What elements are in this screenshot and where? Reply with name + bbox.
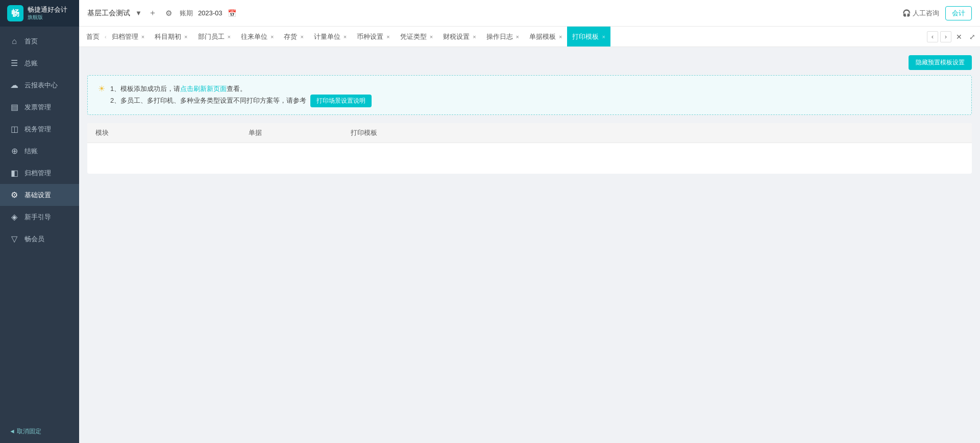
header-right: 🎧 人工咨询 会计 bbox=[902, 6, 972, 20]
sidebar-item-cloud-reports[interactable]: ☁ 云报表中心 bbox=[0, 74, 79, 96]
sidebar-item-basic-settings[interactable]: ⚙ 基础设置 bbox=[0, 184, 79, 206]
header-left: 基层工会测试 ▼ ＋ ⚙ 账期 2023-03 📅 bbox=[87, 8, 236, 19]
info-text: 1、模板添加成功后，请点击刷新新页面查看。 2、多员工、多打印机、多种业务类型设… bbox=[110, 83, 961, 107]
tab-home[interactable]: 首页 bbox=[81, 27, 105, 47]
sidebar-item-label: 云报表中心 bbox=[24, 81, 58, 90]
sidebar-item-closing[interactable]: ⊕ 结账 bbox=[0, 140, 79, 162]
tab-close-dept[interactable]: × bbox=[228, 34, 231, 40]
account-button[interactable]: 会计 bbox=[945, 6, 972, 20]
customer-service-button[interactable]: 🎧 人工咨询 bbox=[902, 9, 939, 18]
tab-label: 财税设置 bbox=[443, 32, 470, 41]
add-company-button[interactable]: ＋ bbox=[147, 8, 158, 19]
sidebar-item-label: 发票管理 bbox=[24, 103, 51, 112]
col-header-module: 模块 bbox=[87, 123, 240, 143]
tab-department-staff[interactable]: 部门员工 × bbox=[193, 27, 236, 47]
tab-voucher-type[interactable]: 凭证类型 × bbox=[395, 27, 438, 47]
company-dropdown-icon[interactable]: ▼ bbox=[135, 9, 142, 17]
sidebar: 畅 畅捷通好会计 旗舰版 ⌂ 首页 ☰ 总账 ☁ 云报表中心 ▤ 发票管理 ◫ … bbox=[0, 0, 79, 443]
tab-close-counterpart[interactable]: × bbox=[271, 34, 274, 40]
tab-next-button[interactable]: › bbox=[940, 31, 951, 42]
hide-template-section: 隐藏预置模板设置 bbox=[87, 55, 972, 70]
tab-close-archive[interactable]: × bbox=[141, 34, 144, 40]
tab-close-unit[interactable]: × bbox=[344, 34, 347, 40]
sidebar-nav: ⌂ 首页 ☰ 总账 ☁ 云报表中心 ▤ 发票管理 ◫ 税务管理 ⊕ 结账 ◧ 归… bbox=[0, 27, 79, 420]
settings-icon: ⚙ bbox=[9, 190, 19, 200]
tab-close-subject[interactable]: × bbox=[184, 34, 187, 40]
tab-close-log[interactable]: × bbox=[516, 34, 519, 40]
sidebar-item-invoice-mgmt[interactable]: ▤ 发票管理 bbox=[0, 96, 79, 118]
tab-tax-settings[interactable]: 财税设置 × bbox=[438, 27, 481, 47]
tab-currency[interactable]: 币种设置 × bbox=[352, 27, 395, 47]
info-line-1: 1、模板添加成功后，请点击刷新新页面查看。 bbox=[110, 83, 961, 95]
sidebar-item-general-ledger[interactable]: ☰ 总账 bbox=[0, 52, 79, 74]
period-label: 账期 bbox=[180, 9, 193, 18]
info-line2-prefix: 2、多员工、多打印机、多种业务类型设置不同打印方案等，请参考 bbox=[110, 97, 306, 104]
tab-label: 操作日志 bbox=[486, 32, 513, 41]
tab-archive-mgmt[interactable]: 归档管理 × bbox=[107, 27, 150, 47]
sidebar-item-label: 首页 bbox=[24, 37, 38, 46]
invoice-icon: ▤ bbox=[9, 102, 19, 112]
tab-operation-log[interactable]: 操作日志 × bbox=[481, 27, 524, 47]
tax-icon: ◫ bbox=[9, 124, 19, 134]
print-scene-settings-button[interactable]: 打印场景设置说明 bbox=[310, 95, 372, 107]
member-icon: ▽ bbox=[9, 234, 19, 244]
tab-print-template[interactable]: 打印模板 × bbox=[567, 27, 610, 47]
tab-label: 凭证类型 bbox=[400, 32, 427, 41]
print-template-table: 模块 单据 打印模板 bbox=[87, 123, 972, 174]
sidebar-item-label: 税务管理 bbox=[24, 125, 51, 134]
tab-label: 归档管理 bbox=[112, 32, 138, 41]
col-header-template: 打印模板 bbox=[342, 123, 972, 143]
top-header: 基层工会测试 ▼ ＋ ⚙ 账期 2023-03 📅 🎧 人工咨询 会计 bbox=[79, 0, 980, 27]
tab-close-voucher[interactable]: × bbox=[430, 34, 433, 40]
sidebar-item-new-guide[interactable]: ◈ 新手引导 bbox=[0, 206, 79, 228]
logo-name: 畅捷通好会计 bbox=[28, 6, 67, 14]
logo-sub: 旗舰版 bbox=[28, 14, 67, 21]
info-box: ☀ 1、模板添加成功后，请点击刷新新页面查看。 2、多员工、多打印机、多种业务类… bbox=[87, 75, 972, 115]
sidebar-item-label: 归档管理 bbox=[24, 169, 51, 178]
cloud-icon: ☁ bbox=[9, 80, 19, 90]
sidebar-item-member[interactable]: ▽ 畅会员 bbox=[0, 228, 79, 250]
sidebar-item-label: 基础设置 bbox=[24, 191, 51, 200]
company-settings-button[interactable]: ⚙ bbox=[163, 8, 175, 19]
sidebar-item-label: 总账 bbox=[24, 59, 38, 68]
tab-close-single-doc[interactable]: × bbox=[559, 34, 562, 40]
unpin-sidebar-button[interactable]: ◄ 取消固定 bbox=[0, 420, 79, 443]
tab-unit-measure[interactable]: 计量单位 × bbox=[309, 27, 352, 47]
tab-close-tax[interactable]: × bbox=[473, 34, 476, 40]
headset-icon: 🎧 bbox=[902, 9, 911, 17]
closing-icon: ⊕ bbox=[9, 146, 19, 156]
tab-label: 打印模板 bbox=[572, 32, 599, 41]
tab-label: 计量单位 bbox=[314, 32, 340, 41]
tab-label: 币种设置 bbox=[357, 32, 383, 41]
sidebar-item-tax-mgmt[interactable]: ◫ 税务管理 bbox=[0, 118, 79, 140]
content-area: 隐藏预置模板设置 ☀ 1、模板添加成功后，请点击刷新新页面查看。 2、多员工、多… bbox=[79, 47, 980, 443]
tab-label: 首页 bbox=[86, 32, 100, 41]
customer-service-label: 人工咨询 bbox=[913, 9, 939, 18]
tab-bar: 首页 ‹ 归档管理 × 科目期初 × 部门员工 × 往来单位 × 存货 × 计量… bbox=[79, 27, 980, 47]
tab-close-all-button[interactable]: ✕ bbox=[953, 31, 965, 42]
sidebar-item-label: 畅会员 bbox=[24, 235, 44, 244]
company-name: 基层工会测试 bbox=[87, 9, 130, 18]
tab-prev-button[interactable]: ‹ bbox=[927, 31, 938, 42]
calendar-icon[interactable]: 📅 bbox=[228, 9, 236, 17]
tab-subject-initial[interactable]: 科目期初 × bbox=[150, 27, 192, 47]
sidebar-item-archive-mgmt[interactable]: ◧ 归档管理 bbox=[0, 162, 79, 184]
guide-icon: ◈ bbox=[9, 212, 19, 222]
sidebar-item-home[interactable]: ⌂ 首页 bbox=[0, 31, 79, 52]
tab-inventory[interactable]: 存货 × bbox=[279, 27, 308, 47]
tab-single-doc-template[interactable]: 单据模板 × bbox=[524, 27, 567, 47]
tab-expand-button[interactable]: ⤢ bbox=[967, 31, 978, 42]
tab-close-inventory[interactable]: × bbox=[300, 34, 303, 40]
period-value: 2023-03 bbox=[198, 9, 223, 17]
bulb-icon: ☀ bbox=[98, 84, 105, 94]
archive-icon: ◧ bbox=[9, 168, 19, 178]
tab-label: 单据模板 bbox=[529, 32, 556, 41]
refresh-link[interactable]: 点击刷新新页面 bbox=[180, 85, 227, 92]
hide-template-button[interactable]: 隐藏预置模板设置 bbox=[909, 55, 972, 70]
tab-close-print[interactable]: × bbox=[602, 34, 605, 40]
tab-close-currency[interactable]: × bbox=[386, 34, 389, 40]
tab-label: 科目期初 bbox=[155, 32, 181, 41]
ledger-icon: ☰ bbox=[9, 58, 19, 68]
tab-counterpart[interactable]: 往来单位 × bbox=[236, 27, 279, 47]
logo-area: 畅 畅捷通好会计 旗舰版 bbox=[0, 0, 79, 27]
